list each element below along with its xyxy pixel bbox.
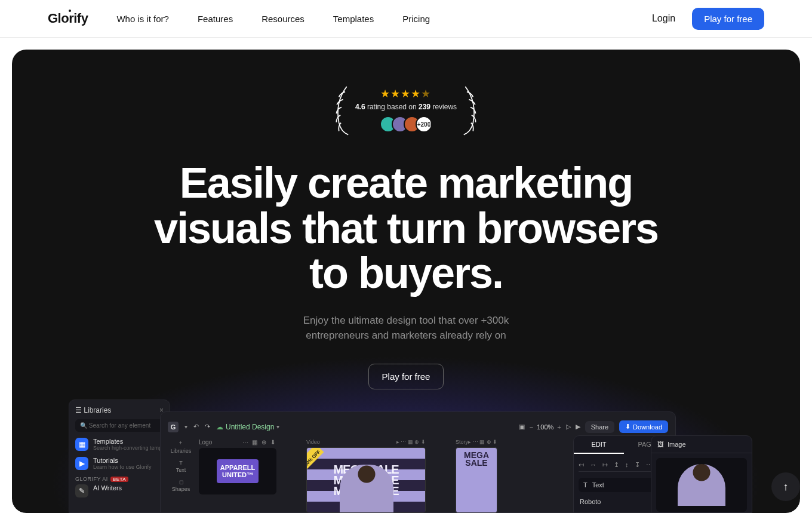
laurel-left-icon bbox=[334, 83, 349, 137]
avatar-more: +200 bbox=[416, 116, 432, 133]
nav-features[interactable]: Features bbox=[198, 14, 233, 24]
tab-pages: PAGES bbox=[624, 436, 674, 454]
header-cta-button[interactable]: Play for free bbox=[692, 8, 764, 30]
nav-templates[interactable]: Templates bbox=[333, 14, 374, 24]
download-icon: ⬇ bbox=[625, 423, 630, 431]
close-icon: × bbox=[159, 406, 164, 414]
scroll-top-button[interactable]: ↑ bbox=[771, 472, 800, 501]
nav-who[interactable]: Who is it for? bbox=[116, 14, 169, 24]
font-select: Roboto bbox=[579, 496, 669, 508]
ai-icon: ✎ bbox=[75, 484, 88, 497]
lib-item-ai: ✎ AI Writers bbox=[75, 484, 164, 497]
download-button: ⬇ Download bbox=[619, 420, 668, 433]
logo-artboard: Logo ⋯ ▦ ⊕ ⬇ APPARELL UNITED™ bbox=[199, 439, 276, 494]
align-right-icon: ↦ bbox=[602, 461, 608, 469]
plus-icon: ＋ bbox=[178, 439, 183, 447]
mock-libraries-panel: ☰ Libraries × 🔍 Search for any element ▦… bbox=[69, 400, 170, 513]
preview-icon: ▶ bbox=[576, 423, 580, 431]
templates-icon: ▦ bbox=[75, 438, 88, 451]
ai-section-label: GLORIFY AI BETA bbox=[75, 476, 164, 482]
libraries-title: ☰ Libraries bbox=[75, 406, 111, 414]
hero-headline: Easily create marketing visuals that tur… bbox=[137, 161, 675, 296]
libraries-search: 🔍 Search for any element bbox=[75, 419, 164, 432]
hero-section: ★★★★★ 4.6 rating based on 239 reviews +2… bbox=[12, 50, 800, 513]
tutorials-icon: ▶ bbox=[75, 457, 88, 470]
align-left-icon: ↤ bbox=[579, 461, 584, 469]
avatar-row: +200 bbox=[380, 116, 432, 133]
header-right: Login Play for free bbox=[652, 8, 764, 30]
lib-item-templates: ▦ Templates Search high-converting temp bbox=[75, 438, 164, 451]
align-top-icon: ↥ bbox=[614, 461, 619, 469]
hero-cta-button[interactable]: Play for free bbox=[368, 364, 444, 389]
hero-subtext: Enjoy the ultimate design tool that over… bbox=[293, 313, 519, 343]
main-nav: Who is it for? Features Resources Templa… bbox=[116, 14, 430, 24]
text-field: T Text bbox=[579, 478, 669, 492]
mock-edit-panel: EDIT PAGES ↤ ↔ ↦ ↥ ↕ ↧ ⋯ T Text bbox=[573, 435, 675, 513]
align-bottom-icon: ↧ bbox=[635, 461, 640, 469]
nav-pricing[interactable]: Pricing bbox=[402, 14, 430, 24]
text-icon: T bbox=[179, 460, 183, 466]
image-icon: 🖼 bbox=[657, 441, 664, 448]
model-photo bbox=[340, 465, 393, 512]
story-artboard: Story▸ ⋯ ▦ ⊕ ⬇ MEGA SALE bbox=[456, 439, 497, 513]
arrow-up-icon: ↑ bbox=[783, 481, 789, 493]
tab-edit: EDIT bbox=[574, 436, 624, 454]
mock-image-panel: 🖼 Image bbox=[651, 435, 752, 513]
lib-item-tutorials: ▶ Tutorials Learn how to use Glorify bbox=[75, 457, 164, 470]
video-artboard: Video▸ ⋯ ▦ ⊕ ⬇ MEGA SALEMEGA SALEMEGA SA… bbox=[306, 439, 426, 513]
play-icon: ▷ bbox=[566, 423, 571, 431]
rating-badge: ★★★★★ 4.6 rating based on 239 reviews +2… bbox=[334, 83, 478, 137]
laurel-right-icon bbox=[463, 83, 478, 137]
share-button: Share bbox=[585, 421, 614, 433]
redo-icon: ↷ bbox=[205, 423, 210, 431]
image-thumbnail bbox=[656, 458, 747, 512]
text-tool-icon: T bbox=[583, 481, 588, 489]
undo-icon: ↶ bbox=[193, 423, 199, 431]
chevron-down-icon: ▾ bbox=[184, 423, 187, 430]
app-icon: G bbox=[168, 422, 179, 432]
more-icon: ⋯ bbox=[646, 461, 653, 469]
mock-editor-panel: G ▾ ↶ ↷ ☁ Untitled Design ▾ ▣ −100% bbox=[160, 411, 676, 513]
product-mockups: ☰ Libraries × 🔍 Search for any element ▦… bbox=[12, 394, 800, 513]
login-link[interactable]: Login bbox=[652, 13, 675, 24]
site-header: Glorify Who is it for? Features Resource… bbox=[0, 0, 812, 38]
doc-title: ☁ Untitled Design ▾ bbox=[216, 423, 279, 431]
shapes-icon: ◻ bbox=[179, 479, 183, 485]
align-middle-icon: ↕ bbox=[625, 461, 629, 469]
side-tools: ＋Libraries TText ◻Shapes bbox=[169, 439, 193, 492]
align-center-icon: ↔ bbox=[590, 461, 596, 469]
stars-icon: ★★★★★ bbox=[380, 87, 431, 100]
rating-text: 4.6 rating based on 239 reviews bbox=[355, 103, 457, 111]
brand-logo[interactable]: Glorify bbox=[48, 11, 88, 26]
nav-resources[interactable]: Resources bbox=[262, 14, 304, 24]
hero-glow bbox=[12, 334, 800, 513]
cloud-icon: ☁ bbox=[216, 423, 223, 431]
crop-icon: ▣ bbox=[519, 423, 525, 431]
zoom-control: −100%+ bbox=[530, 423, 561, 431]
